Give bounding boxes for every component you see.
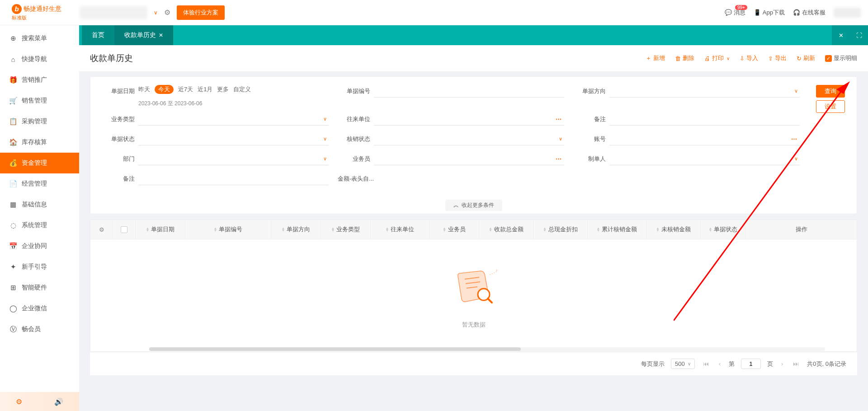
date-custom[interactable]: 自定义 — [233, 85, 251, 93]
sidebar-item-12[interactable]: ⊞智能硬件 — [0, 277, 79, 298]
sidebar-item-1[interactable]: ⌂快捷导航 — [0, 49, 79, 70]
empty-illustration-icon — [447, 266, 501, 312]
org-dropdown-icon[interactable]: ∨ — [154, 9, 158, 16]
filter-setting-button[interactable]: 设置 — [816, 100, 845, 113]
app-download-link[interactable]: 📱 App下载 — [754, 9, 785, 17]
sidebar-icon: ⌂ — [9, 55, 17, 63]
refresh-button[interactable]: ↻刷新 — [797, 54, 815, 62]
filter-account[interactable]: 账号⋯ — [573, 133, 800, 147]
sidebar-item-7[interactable]: 📄经营管理 — [0, 173, 79, 194]
sidebar-icon: 📄 — [9, 180, 17, 188]
sidebar-item-5[interactable]: 🏠库存核算 — [0, 132, 79, 153]
date-7days[interactable]: 近7天 — [178, 85, 193, 93]
horizontal-scrollbar[interactable] — [90, 347, 857, 351]
filter-amount-header[interactable]: 金额-表头自... — [338, 173, 564, 187]
date-1month[interactable]: 近1月 — [198, 85, 212, 93]
logo-icon: b — [12, 4, 22, 14]
sidebar-item-6[interactable]: 💰资金管理 — [0, 153, 79, 173]
tab-receipt-history[interactable]: 收款单历史 ✕ — [114, 25, 173, 45]
tab-close-icon[interactable]: ✕ — [159, 32, 163, 38]
sidebar-icon: ⊞ — [9, 284, 17, 292]
page-last-icon[interactable]: ⏭ — [791, 360, 801, 367]
filter-doc-no[interactable]: 单据编号 — [338, 85, 564, 107]
sidebar-item-label: 企业微信 — [22, 304, 47, 313]
sidebar-icon: Ⓥ — [9, 325, 17, 333]
logo-block: b 畅捷通好生意 标准版 — [7, 4, 80, 21]
table-settings-icon[interactable]: ⚙ — [90, 220, 113, 239]
sidebar-item-8[interactable]: ▦基础信息 — [0, 194, 79, 215]
per-page-select[interactable]: 500∨ — [671, 359, 695, 369]
query-button[interactable]: 查询 — [816, 85, 845, 98]
col-date[interactable]: ▲▼单据日期 — [136, 220, 185, 239]
col-status[interactable]: ▲▼单据状态 — [701, 220, 746, 239]
col-salesman[interactable]: ▲▼业务员 — [429, 220, 479, 239]
filter-biz-type[interactable]: 业务类型∨ — [102, 113, 329, 127]
tab-fullscreen-icon[interactable]: ⛶ — [850, 25, 868, 45]
col-direction[interactable]: ▲▼单据方向 — [271, 220, 321, 239]
filter-salesman[interactable]: 业务员⋯ — [338, 153, 564, 167]
settings-gear-icon[interactable]: ⚙ — [164, 8, 170, 17]
page-first-icon[interactable]: ⏮ — [701, 360, 711, 367]
double-chevron-up-icon: ︽ — [453, 201, 459, 209]
date-today[interactable]: 今天 — [155, 85, 174, 94]
footer-sound-icon[interactable]: 🔊 — [54, 397, 63, 406]
table-header: ⚙ ▲▼单据日期 ▲▼单据编号 ▲▼单据方向 ▲▼业务类型 ▲▼往来单位 ▲▼业… — [90, 220, 857, 239]
sidebar-item-4[interactable]: 📋采购管理 — [0, 111, 79, 132]
filter-remark[interactable]: 备注 — [102, 173, 329, 187]
print-icon: 🖨 — [704, 55, 710, 62]
add-button[interactable]: ＋新增 — [646, 54, 665, 62]
sidebar-item-3[interactable]: 🛒销售管理 — [0, 90, 79, 111]
col-total[interactable]: ▲▼收款总金额 — [479, 220, 533, 239]
collapse-filters-button[interactable]: ︽ 收起更多条件 — [445, 200, 502, 211]
filter-dept[interactable]: 部门∨ — [102, 153, 329, 167]
page-input[interactable] — [741, 359, 761, 369]
page-prev-icon[interactable]: ‹ — [717, 360, 722, 367]
export-button[interactable]: ⇧导出 — [768, 54, 787, 62]
print-button[interactable]: 🖨打印∨ — [704, 54, 730, 62]
message-link[interactable]: 💬 消息 99+ — [725, 9, 745, 17]
filter-creator[interactable]: 制单人∨ — [573, 153, 800, 167]
col-no[interactable]: ▲▼单据编号 — [185, 220, 271, 239]
show-detail-toggle[interactable]: ✓显示明细 — [825, 54, 857, 62]
tab-active-label: 收款单历史 — [124, 31, 156, 39]
col-discount[interactable]: ▲▼总现金折扣 — [533, 220, 588, 239]
footer-gear-icon[interactable]: ⚙ — [16, 397, 22, 406]
select-all-checkbox[interactable] — [113, 220, 136, 239]
filter-remark-header[interactable]: 备注 — [573, 113, 800, 127]
chevron-down-icon: ∨ — [323, 156, 327, 162]
delete-button[interactable]: 🗑删除 — [675, 54, 694, 62]
filter-date[interactable]: 单据日期 昨天 今天 近7天 近1月 更多 自定义 2023-06-06 至 2… — [102, 85, 329, 107]
more-icon: ⋯ — [791, 135, 798, 142]
user-info-blurred — [834, 8, 861, 18]
chevron-down-icon: ∨ — [323, 116, 327, 122]
col-biz-type[interactable]: ▲▼业务类型 — [321, 220, 371, 239]
import-button[interactable]: ⇩导入 — [740, 54, 758, 62]
col-verified[interactable]: ▲▼累计核销金额 — [588, 220, 646, 239]
page-next-icon[interactable]: › — [779, 360, 785, 367]
sidebar-item-2[interactable]: 🎁营销推广 — [0, 70, 79, 90]
headset-icon: 🎧 — [793, 9, 800, 16]
tab-home[interactable]: 首页 — [82, 25, 114, 45]
sidebar-item-13[interactable]: ◯企业微信 — [0, 298, 79, 319]
filter-direction[interactable]: 单据方向∨ — [573, 85, 800, 107]
tab-close-all-icon[interactable]: ✕ — [832, 25, 850, 45]
sidebar-item-9[interactable]: ◌系统管理 — [0, 215, 79, 236]
date-yesterday[interactable]: 昨天 — [138, 85, 150, 93]
empty-text: 暂无数据 — [462, 321, 486, 329]
date-more[interactable]: 更多 — [217, 85, 229, 93]
col-unverified[interactable]: ▲▼未核销金额 — [646, 220, 701, 239]
chat-icon: 💬 — [725, 9, 732, 16]
filter-verify-status[interactable]: 核销状态∨ — [338, 133, 564, 147]
sidebar-item-14[interactable]: Ⓥ畅会员 — [0, 319, 79, 340]
sidebar: ⊕搜索菜单⌂快捷导航🎁营销推广🛒销售管理📋采购管理🏠库存核算💰资金管理📄经营管理… — [0, 25, 79, 411]
filter-partner[interactable]: 往来单位⋯ — [338, 113, 564, 127]
sidebar-item-10[interactable]: 📅企业协同 — [0, 236, 79, 257]
filter-doc-status[interactable]: 单据状态∨ — [102, 133, 329, 147]
sidebar-item-0[interactable]: ⊕搜索菜单 — [0, 28, 79, 49]
page-suffix: 页 — [767, 360, 773, 368]
sidebar-item-11[interactable]: ✦新手引导 — [0, 257, 79, 277]
col-partner[interactable]: ▲▼往来单位 — [371, 220, 429, 239]
app-download-label: App下载 — [763, 9, 785, 17]
experience-plan-button[interactable]: 体验行业方案 — [177, 5, 225, 20]
online-service-link[interactable]: 🎧 在线客服 — [793, 9, 826, 17]
